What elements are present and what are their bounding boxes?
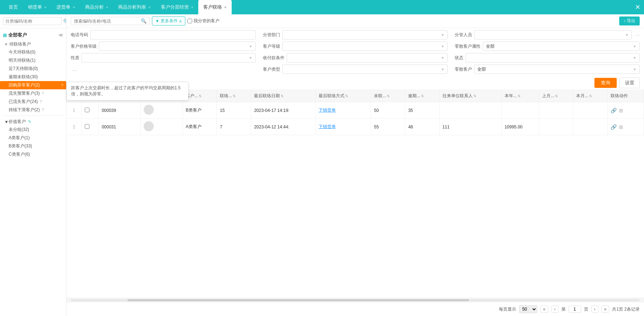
customer-grade-select[interactable]: ▼: [282, 42, 448, 51]
row-overdue-2: 48: [405, 119, 439, 135]
sidebar-collapse-icon[interactable]: ≪: [59, 33, 63, 38]
payment-select[interactable]: ▼: [287, 53, 448, 62]
help-icon-2[interactable]: ?: [42, 91, 44, 95]
sidebar-item-declining[interactable]: 持续下滑客户(2) ?: [0, 106, 66, 114]
help-icon[interactable]: ?: [61, 83, 63, 88]
per-page-select[interactable]: 50 100 200: [519, 305, 537, 313]
grid-icon: ⊞: [3, 33, 7, 38]
sidebar-item-ungroup[interactable]: 未分组(32): [0, 126, 66, 134]
row-2-checkbox[interactable]: [85, 124, 89, 129]
grid-action-icon-2[interactable]: ⊞: [619, 124, 623, 130]
last-method-link-2[interactable]: 下销货单: [319, 124, 336, 129]
sidebar-item-churn-warning[interactable]: 流失预警客户(3) ?: [0, 89, 66, 98]
close-customer-layered-icon[interactable]: ×: [191, 5, 193, 9]
table-row: 2 000031 A类客户 7 2023-04-12 14:44: 下销货单 5…: [66, 119, 644, 135]
sidebar-item-class-a[interactable]: A类客户(1): [0, 134, 66, 142]
filter-search-icon[interactable]: 🔍: [141, 18, 147, 24]
sidebar-item-churned[interactable]: 已流失客户(24) ?: [0, 98, 66, 106]
row-code-1: 000039: [99, 102, 141, 119]
link-action-icon-2[interactable]: 🔗: [611, 124, 617, 130]
retail-customer-select[interactable]: 全部 ▼: [474, 65, 640, 74]
retail-attr-select[interactable]: 全部 ▼: [483, 42, 640, 51]
phone-input[interactable]: [90, 30, 256, 39]
nav-customer-contact[interactable]: 客户联络 ×: [198, 0, 231, 14]
first-page-button[interactable]: «: [540, 306, 548, 313]
close-product-analysis-list-icon[interactable]: ×: [148, 5, 150, 9]
sidebar-item-tomorrow[interactable]: 明天待联络(1): [0, 56, 66, 65]
grid-action-icon-1[interactable]: ⊞: [619, 108, 623, 113]
help-icon-4[interactable]: ?: [42, 108, 44, 112]
nav-product-analysis[interactable]: 商品分析 ×: [80, 0, 113, 14]
col-contact[interactable]: 联络...⇅: [217, 90, 251, 102]
close-customer-contact-icon[interactable]: ×: [224, 5, 226, 9]
close-purchase-order-icon[interactable]: ×: [73, 5, 75, 9]
per-page-label: 每页显示: [499, 306, 516, 312]
pagination: 每页显示 50 100 200 « ‹ 第 页 › » 共1页 2条记录: [66, 302, 644, 316]
close-product-analysis-icon[interactable]: ×: [106, 5, 108, 9]
nav-product-analysis-list[interactable]: 商品分析列表 ×: [113, 0, 156, 14]
sidebar-item-abnormal-repurchase[interactable]: 回购异常客户(2) ?: [0, 81, 66, 89]
col-overdue[interactable]: 逾期...⇅: [405, 90, 439, 102]
row-checkbox-1[interactable]: [82, 102, 99, 119]
filter-more-conditions[interactable]: ▼ 更多条件 ∧: [152, 16, 185, 25]
price-grade-select[interactable]: ▼: [99, 42, 256, 51]
customer-type-select[interactable]: ▼: [282, 65, 448, 74]
nav-home[interactable]: 首页: [4, 0, 23, 14]
page-number-input[interactable]: [569, 306, 581, 313]
manager-dots-icon[interactable]: ···: [635, 32, 640, 38]
customer-type-down-icon: ▼: [441, 67, 444, 71]
my-customers-checkbox-wrap[interactable]: 我分管的客户: [187, 18, 219, 24]
last-method-link-1[interactable]: 下销货单: [319, 108, 336, 113]
query-button[interactable]: 查询: [594, 78, 617, 88]
col-this-year[interactable]: 本年...⇅: [501, 90, 539, 102]
help-icon-3[interactable]: ?: [40, 99, 42, 104]
row-checkbox-2[interactable]: [82, 119, 99, 135]
col-this-month[interactable]: 本月...⇅: [573, 90, 607, 102]
sidebar-value-customer-header[interactable]: ▼ 价值客户 ✎: [0, 117, 66, 126]
next-page-button[interactable]: ›: [591, 306, 598, 313]
row-1-checkbox[interactable]: [85, 108, 89, 112]
sidebar-search-input[interactable]: [3, 17, 62, 25]
my-customers-checkbox[interactable]: [187, 19, 192, 23]
manager-select[interactable]: ▼: [474, 30, 632, 39]
sidebar-pending-contact-section[interactable]: ▼ 待联络客户: [0, 40, 66, 48]
retail-attr-down-icon: ▼: [633, 44, 636, 48]
sort-icon-3: ⇅: [199, 94, 201, 98]
row-last-method-2[interactable]: 下销货单: [315, 119, 371, 135]
col-history-contact[interactable]: 往来单位联系人⇅: [439, 90, 501, 102]
prev-page-button[interactable]: ‹: [551, 306, 559, 313]
export-button[interactable]: ↑ 导出: [619, 16, 640, 25]
phone-text-input[interactable]: [93, 32, 252, 37]
sidebar-item-overdue[interactable]: 逾期未联络(30): [0, 73, 66, 81]
export-icon: ↑: [624, 19, 626, 24]
dept-select[interactable]: ▼: [282, 30, 448, 39]
col-action: 联络动作: [607, 90, 644, 102]
sidebar-item-7days[interactable]: 近7天待联络(0): [0, 65, 66, 73]
col-not-contact[interactable]: 未联...⇅: [371, 90, 405, 102]
last-page-button[interactable]: »: [601, 306, 610, 313]
col-last-month[interactable]: 上月...⇅: [539, 90, 573, 102]
sidebar-search-icon[interactable]: 🔍: [63, 19, 66, 24]
status-select[interactable]: ▼: [465, 53, 640, 62]
nature-select[interactable]: ▼: [82, 53, 256, 62]
nav-sales-order[interactable]: 销货单 ×: [23, 0, 51, 14]
row-last-method-1[interactable]: 下销货单: [315, 102, 371, 119]
col-last-method[interactable]: 最后联络方式⇅: [315, 90, 371, 102]
nav-purchase-order[interactable]: 进货单 ×: [51, 0, 80, 14]
customer-grade-label: 客户等级: [263, 43, 280, 49]
setting-button[interactable]: 设置: [620, 77, 640, 88]
nav-customer-layered[interactable]: 客户分层经营 ×: [156, 0, 198, 14]
more-dots-icon[interactable]: ...: [72, 66, 77, 72]
col-last-date[interactable]: 最后联络日期⇅: [251, 90, 315, 102]
sidebar-item-class-c[interactable]: C类客户(6): [0, 150, 66, 159]
filter-search-input[interactable]: [74, 19, 139, 24]
link-action-icon-1[interactable]: 🔗: [611, 108, 617, 113]
sidebar-item-class-b[interactable]: B类客户(33): [0, 142, 66, 150]
arrow-down-icon: ▼: [4, 42, 8, 46]
close-all-tabs-icon[interactable]: ✕: [635, 3, 640, 11]
sidebar-item-today[interactable]: 今天待联络(0): [0, 48, 66, 56]
edit-icon[interactable]: ✎: [28, 119, 31, 124]
horizontal-scrollbar[interactable]: [66, 298, 644, 302]
close-sales-order-icon[interactable]: ×: [44, 5, 46, 9]
action-icons-2: 🔗 ⊞: [611, 124, 641, 130]
